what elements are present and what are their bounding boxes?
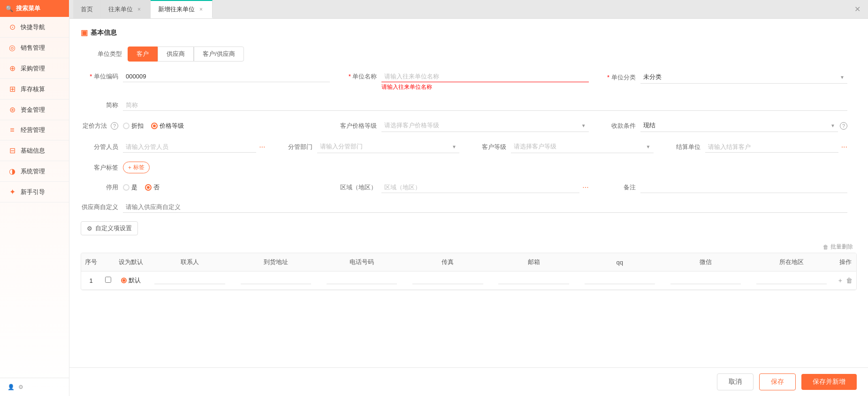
row-index: 1 (81, 272, 101, 290)
supplier-custom-input[interactable] (123, 202, 847, 213)
form-row-3: 定价方法 ? 折扣 价格等级 客户价格等级 请选择客户价 (81, 119, 857, 132)
row-fax (405, 272, 491, 290)
short-name-input[interactable] (123, 100, 847, 111)
row-checkbox[interactable] (105, 277, 111, 283)
sidebar-label-purchase: 采购管理 (21, 64, 45, 73)
tab-new-partner[interactable]: 新增往来单位 × (151, 0, 213, 18)
basic-icon: ⊟ (8, 146, 17, 155)
customer-level-select[interactable]: 请选择客户等级 ▼ (511, 140, 654, 153)
disabled-no[interactable]: 否 (145, 183, 160, 192)
form-row-7: 供应商自定义 (81, 202, 857, 213)
unit-type-label: 单位类型 (81, 50, 128, 58)
pricing-radio-level[interactable] (151, 123, 158, 129)
manager-more-icon[interactable]: ··· (259, 143, 265, 151)
settlement-more-icon[interactable]: ··· (841, 143, 847, 151)
tag-plus-icon: + (128, 164, 131, 171)
row-delete-icon[interactable]: 🗑 (846, 277, 853, 284)
sidebar-item-finance[interactable]: ⊛ 资金管理 (0, 100, 69, 120)
region-more-icon[interactable]: ··· (582, 183, 588, 192)
disabled-yes-radio[interactable] (123, 184, 129, 191)
supplier-custom-label: 供应商自定义 (81, 203, 123, 211)
save-button[interactable]: 保存 (759, 373, 796, 390)
row-qq-input[interactable] (585, 277, 655, 284)
row-region-input[interactable] (756, 277, 827, 284)
pricing-help-icon[interactable]: ? (111, 122, 118, 130)
row-wechat-input[interactable] (670, 277, 741, 284)
customer-level-placeholder: 请选择客户等级 (514, 142, 556, 151)
sidebar-item-guide[interactable]: ✦ 新手引导 (0, 182, 69, 202)
contacts-table: 序号 设为默认 联系人 到货地址 电话号码 传真 邮箱 qq 微信 所在地区 操… (81, 253, 857, 290)
settlement-unit-label: 结算单位 (663, 143, 705, 151)
row-default-radio[interactable] (121, 278, 127, 283)
row-fax-input[interactable] (412, 277, 483, 284)
save-new-button[interactable]: 保存并新增 (801, 374, 857, 390)
sidebar-item-purchase[interactable]: ⊕ 采购管理 (0, 58, 69, 79)
row-add-icon[interactable]: + (838, 277, 842, 284)
settlement-unit-field: 结算单位 ··· (663, 141, 848, 153)
batch-delete-label: 批量删除 (830, 243, 853, 251)
row-phone-input[interactable] (327, 277, 397, 284)
sidebar-item-sales[interactable]: ◎ 销售管理 (0, 38, 69, 58)
row-address-input[interactable] (241, 277, 312, 284)
pricing-option-level[interactable]: 价格等级 (151, 122, 184, 130)
sidebar: 🔍 搜索菜单 ⊙ 快捷导航 ◎ 销售管理 ⊕ 采购管理 ⊞ 库存核算 ⊛ 资金管… (0, 0, 69, 396)
remark-input[interactable] (640, 182, 847, 193)
unit-type-both[interactable]: 客户/供应商 (194, 47, 244, 62)
unit-name-input[interactable] (381, 71, 588, 82)
col-email: 邮箱 (491, 253, 577, 272)
customer-price-level-select[interactable]: 请选择客户价格等级 ▼ (381, 119, 588, 132)
main-content: 首页 往来单位 × 新增往来单位 × ✕ ▣ 基本信息 单位类型 客户 供应商 … (69, 0, 868, 396)
tab-new-partner-close[interactable]: × (198, 5, 205, 14)
manager-input[interactable] (123, 141, 256, 153)
sidebar-item-system[interactable]: ◑ 系统管理 (0, 161, 69, 182)
sidebar-label-operation: 经营管理 (21, 126, 45, 134)
sidebar-item-inventory[interactable]: ⊞ 库存核算 (0, 79, 69, 100)
sidebar-label-sales: 销售管理 (21, 44, 45, 52)
tag-add-label: 标签 (133, 163, 145, 171)
payment-terms-select[interactable]: 现结 ▼ (640, 119, 838, 132)
sidebar-footer: 👤 ⚙ (0, 378, 69, 396)
payment-terms-help-icon[interactable]: ? (840, 122, 847, 130)
tab-partner-list[interactable]: 往来单位 × (101, 0, 151, 18)
row-checkbox-cell (101, 272, 115, 290)
row-contact-input[interactable] (154, 277, 225, 284)
tag-add-button[interactable]: + 标签 (123, 162, 150, 173)
disabled-no-radio[interactable] (145, 184, 152, 191)
settings-icon[interactable]: ⚙ (18, 384, 23, 390)
unit-code-input[interactable] (123, 71, 330, 82)
col-phone: 电话号码 (319, 253, 405, 272)
col-contact: 联系人 (147, 253, 233, 272)
col-wechat: 微信 (662, 253, 748, 272)
batch-delete-button[interactable]: 🗑 批量删除 (823, 243, 853, 251)
settlement-unit-input[interactable] (705, 141, 838, 153)
row-actions: + 🗑 (838, 277, 853, 284)
sidebar-item-basic[interactable]: ⊟ 基础信息 (0, 140, 69, 161)
row-email (491, 272, 577, 290)
short-name-label: 简称 (81, 101, 123, 109)
tab-partner-list-close[interactable]: × (136, 5, 143, 14)
customer-level-label: 客户等级 (469, 143, 511, 151)
row-qq (577, 272, 662, 290)
sidebar-label-finance: 资金管理 (21, 106, 45, 114)
pricing-option-discount[interactable]: 折扣 (123, 122, 144, 130)
section-icon: ▣ (81, 28, 88, 37)
region-input[interactable] (381, 182, 579, 193)
sidebar-item-operation[interactable]: ≡ 经营管理 (0, 120, 69, 140)
tab-home[interactable]: 首页 (73, 0, 101, 18)
row-email-input[interactable] (498, 277, 569, 284)
disabled-yes[interactable]: 是 (123, 183, 137, 192)
window-close-icon[interactable]: ✕ (854, 5, 860, 14)
sidebar-search[interactable]: 🔍 搜索菜单 (0, 0, 69, 17)
sidebar-item-quick-nav[interactable]: ⊙ 快捷导航 (0, 17, 69, 38)
table-header: 序号 设为默认 联系人 到货地址 电话号码 传真 邮箱 qq 微信 所在地区 操… (81, 253, 856, 272)
unit-category-select[interactable]: 未分类 ▼ (640, 71, 847, 84)
pricing-radio-discount[interactable] (123, 123, 129, 129)
custom-settings-label: 自定义项设置 (95, 224, 132, 233)
custom-settings-button[interactable]: ⚙ 自定义项设置 (81, 221, 138, 235)
department-select[interactable]: 请输入分管部门 ▼ (317, 140, 460, 153)
purchase-icon: ⊕ (8, 64, 17, 73)
sales-icon: ◎ (8, 43, 17, 52)
cancel-button[interactable]: 取消 (717, 373, 754, 390)
unit-type-customer[interactable]: 客户 (128, 47, 158, 62)
unit-type-supplier[interactable]: 供应商 (158, 47, 194, 62)
